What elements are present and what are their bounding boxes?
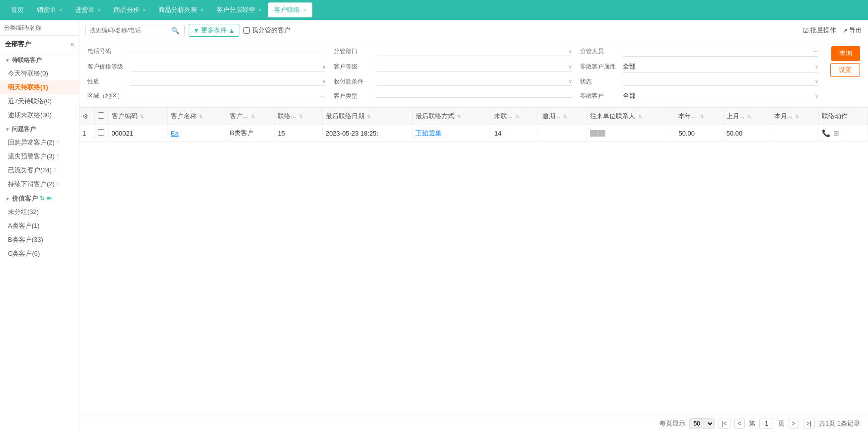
search-wrap: 🔍: [85, 25, 185, 36]
nav-purchase-order[interactable]: 进货单 ×: [69, 2, 106, 17]
nav-home[interactable]: 首页: [5, 2, 30, 17]
filter-region: 区域（地区） ···: [87, 91, 334, 101]
customer-table: ⚙ 客户编码 ⇅ 客户名称 ⇅ 客户... ⇅ 联络... ⇅ 最后联络日期 ⇅…: [79, 108, 868, 142]
table-row: 1 000021 Ea B类客户 15 2023-05-23 18:25: 下销…: [79, 125, 868, 142]
close-icon[interactable]: ×: [143, 7, 145, 13]
sidebar-item-declining[interactable]: 持续下滑客户(2) ?: [0, 177, 79, 191]
row-customer-code: 000021: [108, 125, 167, 142]
search-icon[interactable]: 🔍: [171, 27, 179, 34]
select-all-checkbox[interactable]: [98, 112, 104, 119]
sidebar-item-today-contact[interactable]: 今天待联络(0): [0, 67, 79, 80]
settings-button[interactable]: 设置: [830, 63, 860, 77]
search-input[interactable]: [90, 27, 169, 34]
sidebar-item-overdue-contact[interactable]: 逾期未联络(30): [0, 108, 79, 122]
sidebar-search-wrap: 🔍: [0, 20, 79, 36]
row-contact-count: 15: [275, 125, 322, 142]
filter-nature: 性质 ∨: [87, 77, 334, 86]
row-overdue: [539, 125, 586, 142]
close-icon[interactable]: ×: [200, 7, 203, 13]
refresh-icon[interactable]: ↻: [40, 195, 45, 202]
filter-customer-type: 客户类型: [334, 92, 580, 100]
col-unit-contact: 往来单位联系人 ⇅: [586, 108, 675, 125]
close-icon[interactable]: ×: [97, 7, 100, 13]
filter-button[interactable]: ▼ 更多条件 ▲: [189, 24, 239, 37]
total-records-label: 共1页 1条记录: [819, 419, 860, 428]
help-icon: ?: [56, 153, 59, 159]
bulk-operation-button[interactable]: ☑ 批量操作: [803, 26, 836, 35]
close-icon[interactable]: ×: [59, 7, 62, 13]
query-button[interactable]: 查询: [831, 46, 860, 61]
prev-page-button[interactable]: <: [734, 419, 745, 429]
page-size-select[interactable]: 50 100 200: [689, 418, 715, 429]
sidebar-item-churned[interactable]: 已流失客户(24) ?: [0, 163, 79, 177]
col-settings[interactable]: ⚙: [79, 108, 94, 125]
nav-product-analysis[interactable]: 商品分析 ×: [108, 2, 151, 17]
content-area: 🔍 ▼ 更多条件 ▲ 我分管的客户 ☑ 批量操作 ↗ 导出: [79, 20, 868, 432]
last-page-button[interactable]: >|: [803, 419, 815, 429]
filter-customer-type-select[interactable]: [376, 94, 572, 98]
edit-icon[interactable]: ✏: [47, 195, 52, 202]
sidebar-item-class-c[interactable]: C类客户(6): [0, 247, 79, 261]
filter-payment: 收付款条件 ∨: [334, 77, 580, 86]
bottom-bar: 每页显示 50 100 200 |< < 第 页 > >| 共1页 1条记录: [79, 415, 868, 432]
table-container: ⚙ 客户编码 ⇅ 客户名称 ⇅ 客户... ⇅ 联络... ⇅ 最后联络日期 ⇅…: [79, 108, 868, 415]
col-customer-type: 客户... ⇅: [227, 108, 275, 125]
row-customer-name[interactable]: Ea: [167, 125, 226, 142]
col-action: 联络动作: [819, 108, 868, 125]
filter-dept-select[interactable]: ∨: [376, 47, 572, 56]
sidebar-item-churn-warning[interactable]: 流失预警客户(3) ?: [0, 149, 79, 163]
row-last-contact-method[interactable]: 下销货单: [412, 125, 491, 142]
close-icon[interactable]: ×: [303, 7, 306, 13]
row-checkbox[interactable]: [98, 129, 104, 136]
filter-retail-select[interactable]: 全部∨: [623, 90, 818, 102]
sidebar-item-unclassified[interactable]: 未分组(32): [0, 205, 79, 219]
filter-phone-select[interactable]: [130, 50, 326, 53]
filter-price-level-select[interactable]: ∨: [130, 63, 326, 72]
col-this-year: 本年... ⇅: [675, 108, 723, 125]
sidebar-item-tomorrow-contact[interactable]: 明天待联络(1): [0, 80, 79, 94]
page-number-input[interactable]: [759, 419, 774, 429]
next-page-button[interactable]: >: [789, 419, 799, 429]
filter-status: 状态 ∨: [580, 77, 826, 86]
col-last-contact-date: 最后联络日期 ⇅: [322, 108, 412, 125]
filter-person-select[interactable]: ···: [623, 46, 818, 57]
grid-icon[interactable]: ⊞: [833, 129, 839, 137]
close-icon[interactable]: ×: [258, 7, 261, 13]
export-icon: ↗: [842, 27, 848, 34]
filter-payment-select[interactable]: ∨: [376, 77, 572, 86]
filter-retail-attr: 零散客户属性 全部∨: [580, 61, 826, 73]
sidebar: 🔍 全部客户 « 待联络客户 今天待联络(0) 明天待联络(1) 近7天待联络(…: [0, 20, 79, 432]
nav-product-analysis-list[interactable]: 商品分析列表 ×: [152, 2, 209, 17]
chevron-up-icon: ▲: [228, 27, 235, 34]
sidebar-item-class-b[interactable]: B类客户(33): [0, 233, 79, 247]
row-this-month: [771, 125, 818, 142]
export-button[interactable]: ↗ 导出: [842, 26, 862, 35]
sidebar-item-class-a[interactable]: A类客户(1): [0, 219, 79, 233]
nav-customer-contact[interactable]: 客户联络 ×: [268, 2, 312, 17]
phone-icon[interactable]: 📞: [822, 129, 830, 137]
filter-region-select[interactable]: ···: [130, 91, 326, 101]
filter-nature-select[interactable]: ∨: [130, 77, 326, 86]
filter-retail-attr-select[interactable]: 全部∨: [623, 61, 818, 73]
sidebar-item-repurchase-abnormal[interactable]: 回购异常客户(2) ?: [0, 136, 79, 149]
col-customer-code: 客户编码 ⇅: [108, 108, 167, 125]
my-customers-checkbox-wrap: 我分管的客户: [243, 26, 290, 35]
nav-sales-order[interactable]: 销货单 ×: [31, 2, 68, 17]
row-last-contact-date: 2023-05-23 18:25:: [322, 125, 412, 142]
checkbox-icon: ☑: [803, 27, 809, 34]
first-page-button[interactable]: |<: [719, 419, 730, 429]
nav-customer-segmentation[interactable]: 客户分层经营 ×: [211, 2, 267, 17]
help-icon: ?: [56, 181, 59, 187]
my-customers-checkbox[interactable]: [243, 27, 250, 34]
row-checkbox-cell: [94, 125, 108, 142]
sidebar-search-input[interactable]: [4, 24, 78, 31]
filter-customer-level-select[interactable]: ∨: [376, 63, 572, 72]
filter-dept: 分管部门 ∨: [334, 47, 580, 56]
help-icon: ?: [53, 167, 56, 173]
toolbar: 🔍 ▼ 更多条件 ▲ 我分管的客户 ☑ 批量操作 ↗ 导出: [79, 20, 868, 41]
sidebar-item-7days-contact[interactable]: 近7天待联络(0): [0, 94, 79, 108]
sidebar-all-customers[interactable]: 全部客户 «: [0, 36, 79, 53]
filter-customer-level: 客户等级 ∨: [334, 63, 580, 72]
filter-status-select[interactable]: ∨: [623, 77, 818, 86]
filter-row-4: 区域（地区） ··· 客户类型 零散客户: [87, 90, 826, 102]
